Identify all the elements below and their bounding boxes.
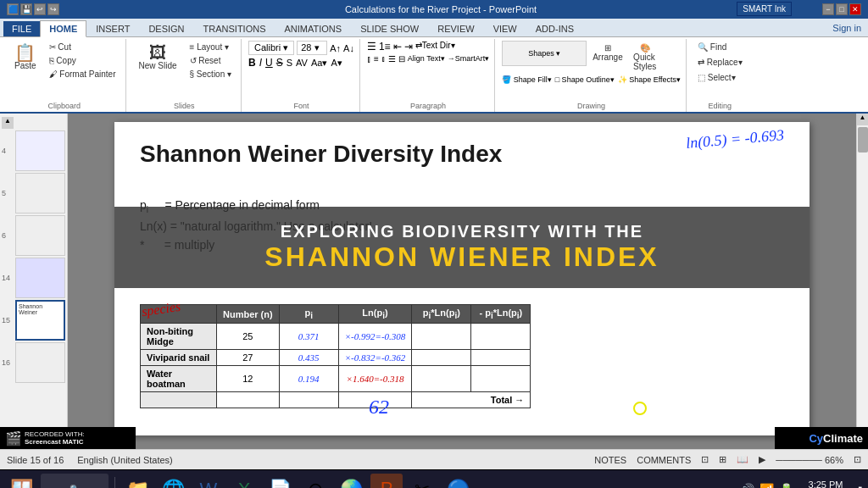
thumbnail-16[interactable]: 16 bbox=[15, 342, 65, 383]
taskbar-chrome2[interactable]: 🔵 bbox=[442, 474, 474, 489]
align-right-button[interactable]: ⫾ bbox=[381, 54, 386, 64]
taskbar-explorer[interactable]: 📁 bbox=[121, 474, 153, 489]
table-header-pi: pi bbox=[279, 305, 338, 324]
columns-button[interactable]: ⊟ bbox=[398, 54, 405, 64]
taskbar-excel[interactable]: X bbox=[228, 474, 260, 489]
thumbnail-4[interactable]: 4 bbox=[15, 130, 65, 171]
start-button[interactable]: 🪟 bbox=[5, 474, 37, 489]
redo-icon[interactable]: ↪ bbox=[47, 3, 59, 15]
search-bar[interactable]: 🔍 bbox=[41, 474, 108, 489]
tab-view[interactable]: VIEW bbox=[484, 20, 526, 36]
thumbnail-6[interactable]: 6 bbox=[15, 215, 65, 256]
minimize-button[interactable]: − bbox=[822, 3, 834, 15]
bullets-button[interactable]: ☰ bbox=[367, 41, 376, 53]
tab-file[interactable]: FILE bbox=[3, 21, 40, 36]
underline-button[interactable]: U bbox=[265, 57, 273, 69]
tab-animations[interactable]: ANIMATIONS bbox=[275, 20, 352, 36]
format-painter-button[interactable]: 🖌 Format Painter bbox=[45, 68, 120, 80]
thumbnail-14[interactable]: 14 bbox=[15, 258, 65, 298]
normal-view-icon[interactable]: ⊡ bbox=[701, 454, 709, 465]
bold-button[interactable]: B bbox=[248, 57, 256, 69]
select-button[interactable]: ⬚ Select▾ bbox=[693, 71, 740, 84]
thumbnail-15[interactable]: 15 ShannonWeiner bbox=[15, 300, 65, 341]
shape-fill-button[interactable]: 🪣 Shape Fill▾ bbox=[502, 75, 552, 84]
taskbar-clock[interactable]: 3:25 PM 5/18/2018 bbox=[800, 480, 851, 489]
taskbar: 🪟 🔍 📁 🌐 W X 📄 ⊙ 🌏 P ✂ 🔵 🔊 📶 🔋 3:25 PM 5/… bbox=[0, 469, 868, 488]
tab-insert[interactable]: INSERT bbox=[86, 20, 139, 36]
battery-icon[interactable]: 🔋 bbox=[779, 483, 793, 489]
comments-button[interactable]: COMMENTS bbox=[637, 455, 691, 465]
notes-button[interactable]: NOTES bbox=[594, 455, 626, 465]
show-desktop-button[interactable]: ▮ bbox=[858, 485, 863, 488]
undo-icon[interactable]: ↩ bbox=[34, 3, 46, 15]
maximize-button[interactable]: □ bbox=[836, 3, 848, 15]
taskbar-app5[interactable]: ⊙ bbox=[299, 474, 331, 489]
font-color-button[interactable]: A▾ bbox=[331, 58, 342, 69]
taskbar-powerpoint[interactable]: P bbox=[370, 474, 403, 489]
font-case-button[interactable]: Aa▾ bbox=[311, 58, 327, 69]
layout-button[interactable]: ≡ Layout ▾ bbox=[186, 41, 236, 53]
window-menu-icon[interactable]: 🟦 bbox=[7, 3, 19, 15]
font-name-dropdown[interactable]: Calibri ▾ bbox=[248, 41, 294, 55]
increase-indent-button[interactable]: ⇥ bbox=[404, 41, 413, 53]
taskbar-chrome[interactable]: 🌏 bbox=[335, 474, 367, 489]
reset-button[interactable]: ↺ Reset bbox=[186, 54, 236, 67]
network-icon[interactable]: 📶 bbox=[760, 483, 774, 489]
taskbar-acrobat[interactable]: 📄 bbox=[264, 474, 296, 489]
thumb-scroll-up[interactable]: ▲ bbox=[2, 117, 14, 129]
slide-scrollbar[interactable]: ▲ ▼ bbox=[856, 114, 868, 449]
shadow-button[interactable]: S bbox=[287, 58, 292, 68]
shape-outline-button[interactable]: □ Shape Outline▾ bbox=[555, 75, 615, 84]
arrange-button[interactable]: ⊞Arrange bbox=[588, 41, 627, 74]
save-icon[interactable]: 💾 bbox=[20, 3, 32, 15]
table-row-midge: Non-bitingMidge 25 0.371 ×-0.992=-0.308 bbox=[141, 324, 531, 350]
reading-view-icon[interactable]: 📖 bbox=[737, 454, 748, 465]
taskbar-ie[interactable]: 🌐 bbox=[157, 474, 189, 489]
align-left-button[interactable]: ⫿ bbox=[367, 54, 371, 64]
italic-button[interactable]: I bbox=[259, 57, 262, 69]
tab-addins[interactable]: ADD-INS bbox=[526, 20, 583, 36]
section-button[interactable]: § Section ▾ bbox=[186, 68, 236, 80]
align-text-button[interactable]: Align Text▾ bbox=[408, 54, 445, 64]
tab-slideshow[interactable]: SLIDE SHOW bbox=[351, 20, 428, 36]
slide-canvas-wrap[interactable]: Shannon Weiner Diversity Index ln(0.5) =… bbox=[68, 114, 856, 449]
smart-ink-badge[interactable]: SMART Ink bbox=[737, 2, 792, 16]
find-button[interactable]: 🔍 Find bbox=[693, 41, 731, 53]
char-spacing-button[interactable]: AV bbox=[296, 58, 308, 68]
speakers-icon[interactable]: 🔊 bbox=[740, 483, 754, 489]
text-direction-button[interactable]: ⇄Text Dir▾ bbox=[415, 41, 455, 53]
tab-review[interactable]: REVIEW bbox=[428, 20, 483, 36]
numbering-button[interactable]: 1≡ bbox=[379, 41, 391, 53]
scroll-thumb[interactable] bbox=[858, 127, 868, 152]
decrease-font-button[interactable]: A↓ bbox=[343, 43, 354, 53]
sign-in-link[interactable]: Sign in bbox=[832, 23, 861, 33]
taskbar-snip[interactable]: ✂ bbox=[406, 474, 438, 489]
tab-home[interactable]: HOME bbox=[40, 20, 86, 37]
new-slide-button[interactable]: 🖼 New Slide bbox=[133, 41, 183, 74]
tab-design[interactable]: DESIGN bbox=[139, 20, 193, 36]
paste-button[interactable]: 📋 Paste bbox=[8, 41, 42, 74]
replace-button[interactable]: ⇄ Replace▾ bbox=[693, 56, 746, 69]
decrease-indent-button[interactable]: ⇤ bbox=[393, 41, 402, 53]
smartart-button[interactable]: →SmartArt▾ bbox=[448, 54, 490, 64]
taskbar-word[interactable]: W bbox=[192, 474, 225, 489]
copy-button[interactable]: ⎘ Copy bbox=[45, 54, 120, 67]
cut-button[interactable]: ✂ Cut bbox=[45, 41, 120, 53]
font-size-dropdown[interactable]: 28 ▾ bbox=[297, 41, 327, 55]
quick-styles-button[interactable]: 🎨QuickStyles bbox=[629, 41, 661, 74]
center-button[interactable]: ≡ bbox=[374, 54, 379, 64]
increase-font-button[interactable]: A↑ bbox=[330, 43, 341, 53]
scroll-up-button[interactable]: ▲ bbox=[857, 114, 869, 125]
slide-sorter-icon[interactable]: ⊞ bbox=[719, 454, 726, 465]
shapes-gallery[interactable]: Shapes ▾ bbox=[502, 41, 587, 66]
fit-slide-button[interactable]: ⊡ bbox=[854, 454, 861, 465]
justify-button[interactable]: ☰ bbox=[388, 54, 396, 64]
close-button[interactable]: ✕ bbox=[849, 3, 861, 15]
title-bar: 🟦 💾 ↩ ↪ Calculations for the River Proje… bbox=[0, 0, 868, 19]
tab-transitions[interactable]: TRANSITIONS bbox=[194, 20, 275, 36]
strikethrough-button[interactable]: S bbox=[276, 57, 283, 69]
thumbnail-5[interactable]: 5 bbox=[15, 173, 65, 214]
shape-effects-button[interactable]: ✨ Shape Effects▾ bbox=[618, 75, 681, 84]
slideshow-icon[interactable]: ▶ bbox=[759, 454, 765, 465]
slide-canvas[interactable]: Shannon Weiner Diversity Index ln(0.5) =… bbox=[114, 122, 810, 435]
